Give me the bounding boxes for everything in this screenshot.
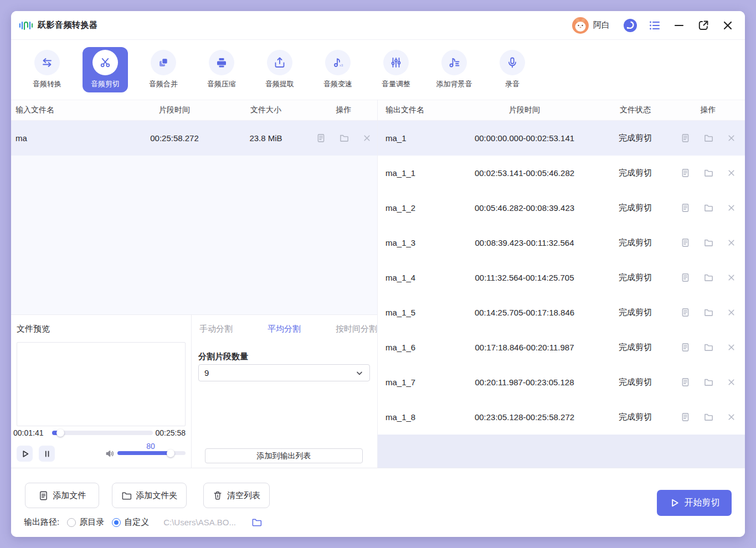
file-info-icon[interactable] [681,133,690,143]
file-info-icon[interactable] [681,168,690,178]
tab-audio-convert[interactable]: 音频转换 [24,47,70,92]
file-info-icon[interactable] [681,412,690,422]
open-folder-icon[interactable] [704,273,713,282]
open-folder-icon[interactable] [704,168,713,178]
radio-original-dir[interactable] [67,518,76,527]
input-table-row[interactable]: ma 00:25:58.272 23.8 MiB [11,121,377,156]
file-info-icon[interactable] [681,203,690,213]
open-folder-icon[interactable] [704,238,713,247]
radio-custom-dir[interactable] [112,518,121,527]
output-table-row[interactable]: ma_1_8 00:23:05.128-00:25:58.272 完成剪切 [378,400,745,435]
volume-slider[interactable] [117,451,186,455]
user-name[interactable]: 阿白 [593,20,610,30]
open-folder-icon[interactable] [704,308,713,317]
play-button[interactable] [17,446,33,462]
segment-count-select[interactable]: 9 [198,364,370,381]
output-table-row[interactable]: ma_1 00:00:00.000-00:02:53.141 完成剪切 [378,121,745,156]
preview-split-divider [191,314,192,468]
tab-add-background[interactable]: 添加背景音 [431,47,477,92]
trash-icon [213,490,223,500]
clear-list-button[interactable]: 清空列表 [203,483,270,508]
output-table-row[interactable]: ma_1_6 00:17:18.846-00:20:11.987 完成剪切 [378,330,745,365]
remove-icon[interactable] [727,204,736,212]
open-folder-icon[interactable] [704,412,713,422]
start-cut-button[interactable]: 开始剪切 [657,490,732,516]
col-input-name: 输入文件名 [11,105,127,115]
file-size: 23.8 MiB [222,133,310,143]
output-table-row[interactable]: ma_1_3 00:08:39.423-00:11:32.564 完成剪切 [378,225,745,260]
tab-audio-extract[interactable]: 音频提取 [257,47,302,92]
preview-title: 文件预览 [17,324,50,334]
input-file-name: ma [11,133,127,143]
output-table-row[interactable]: ma_1_5 00:14:25.705-00:17:18.846 完成剪切 [378,295,745,330]
browse-folder-icon[interactable] [251,517,262,528]
remove-icon[interactable] [727,413,736,421]
tab-manual-split[interactable]: 手动分割 [199,324,233,334]
maximize-icon[interactable] [696,18,711,33]
tab-time-split[interactable]: 按时间分割 [336,324,377,334]
open-folder-icon[interactable] [704,133,713,143]
file-info-icon[interactable] [681,273,690,282]
tab-audio-cut[interactable]: 音频剪切 [83,47,128,92]
output-table-row[interactable]: ma_1_2 00:05:46.282-00:08:39.423 完成剪切 [378,190,745,225]
minimize-icon[interactable] [672,18,686,33]
remove-icon[interactable] [727,308,736,317]
remove-icon[interactable] [727,378,736,386]
file-info-icon[interactable] [316,133,326,143]
remove-icon[interactable] [727,343,736,351]
file-status: 完成剪切 [599,307,671,318]
progress-handle[interactable] [56,429,64,437]
output-file-name: ma_1_5 [378,308,450,317]
remove-icon[interactable] [727,134,736,142]
tab-audio-speed[interactable]: x3 音频变速 [315,47,361,92]
section-divider [11,314,377,315]
tab-average-split[interactable]: 平均分割 [268,324,301,334]
output-table-row[interactable]: ma_1_7 00:20:11.987-00:23:05.128 完成剪切 [378,365,745,400]
tab-audio-merge[interactable]: 音频合并 [141,47,186,92]
add-file-button[interactable]: 添加文件 [25,483,99,508]
avatar[interactable] [572,17,589,34]
file-info-icon[interactable] [681,308,690,317]
file-status: 完成剪切 [599,133,671,143]
output-table-row[interactable]: ma_1_4 00:11:32.564-00:14:25.705 完成剪切 [378,260,745,295]
file-info-icon[interactable] [681,343,690,352]
close-icon[interactable] [721,18,735,33]
microphone-icon [500,50,525,75]
current-time: 00:01:41 [13,428,44,437]
app-logo-icon [19,19,33,32]
extract-icon [267,50,292,75]
waveform-preview-box [17,342,186,426]
tab-volume-adjust[interactable]: 音量调整 [373,47,419,92]
remove-icon[interactable] [727,273,736,282]
segment-count-value: 9 [204,368,355,378]
tab-label: 音量调整 [382,79,410,89]
remove-icon[interactable] [727,239,736,247]
col-file-status: 文件状态 [599,105,671,115]
task-list-icon[interactable] [647,18,662,33]
output-table-body: ma_1 00:00:00.000-00:02:53.141 完成剪切 ma_1… [378,121,745,435]
open-folder-icon[interactable] [704,203,713,213]
progress-slider[interactable] [52,431,153,435]
remove-icon[interactable] [727,169,736,177]
folder-icon [121,490,132,501]
speaker-icon[interactable] [105,449,115,458]
pause-button[interactable] [39,446,55,462]
output-table-header: 输出文件名 片段时间 文件状态 操作 [378,100,745,121]
add-to-output-button[interactable]: 添加到输出列表 [205,448,363,463]
radio-original-label[interactable]: 原目录 [79,517,104,528]
open-folder-icon[interactable] [340,133,349,143]
customer-service-icon[interactable] [623,18,637,33]
tab-record[interactable]: 录音 [490,47,535,92]
tab-audio-compress[interactable]: 音频压缩 [199,47,244,92]
file-info-icon[interactable] [681,238,690,247]
open-folder-icon[interactable] [704,378,713,387]
add-folder-button[interactable]: 添加文件夹 [112,483,187,508]
input-table-header: 输入文件名 片段时间 文件大小 操作 [11,100,377,121]
radio-custom-label[interactable]: 自定义 [124,517,149,528]
total-time: 00:25:58 [156,428,186,437]
output-table-row[interactable]: ma_1_1 00:02:53.141-00:05:46.282 完成剪切 [378,156,745,190]
open-folder-icon[interactable] [704,343,713,352]
remove-icon[interactable] [363,134,371,142]
file-info-icon[interactable] [681,378,690,387]
volume-handle[interactable] [167,449,174,457]
